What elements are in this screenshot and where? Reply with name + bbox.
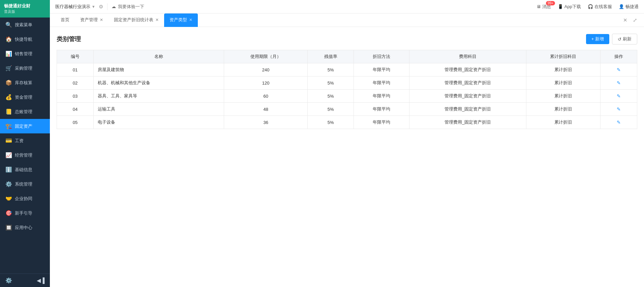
sidebar-item-purchase[interactable]: 🛒 采购管理 [0,61,50,75]
app-download-btn[interactable]: 📱 App下载 [558,4,581,10]
collapse-icon[interactable]: ◀▐ [37,277,44,284]
sidebar-item-fixed-asset[interactable]: 🏗️ 固定资产 [0,119,50,133]
experience-label: 我要体验一下 [118,4,144,10]
settings-icon[interactable]: ⚙️ [5,277,12,284]
sidebar-item-guide[interactable]: 🎯 新手引导 [0,206,50,220]
tab-asset-mgmt[interactable]: 资产管理✕ [75,13,109,27]
cell-method: 年限平均 [354,90,409,103]
sidebar-item-quicknav[interactable]: 🏠 快捷导航 [0,32,50,46]
tabs-window-controls: ✕ ⤢ [622,16,639,25]
sidebar-item-label-app-center: 应用中心 [15,225,32,231]
quicknav-icon: 🏠 [5,36,11,42]
cell-residual: 5% [308,116,354,129]
user-avatar-icon: 👤 [619,4,624,9]
cell-method: 年限平均 [354,103,409,116]
dropdown-arrow-icon[interactable]: ▾ [92,4,95,9]
cell-accumulated: 累计折旧 [526,76,600,90]
sidebar-item-collab[interactable]: 🤝 企业协同 [0,191,50,206]
sidebar-item-label-payroll: 工资 [15,138,24,144]
purchase-icon: 🛒 [5,65,11,71]
notifications-btn[interactable]: 🖥 消息 99+ [536,4,551,10]
sidebar-item-system[interactable]: ⚙️ 系统管理 [0,177,50,191]
cell-name: 器具、工具、家具等 [94,90,224,103]
experience-btn[interactable]: ☁ 我要体验一下 [112,4,144,10]
cell-action[interactable]: ✎ [600,103,637,116]
sidebar-item-label-quicknav: 快捷导航 [15,36,32,42]
content-area: 类别管理 + 新增 ↺ 刷新 编号名称使用期限（月）残值率折旧方法费用科目累计折… [50,27,644,287]
system-icon: ⚙️ [5,181,11,187]
ledger-icon: 📒 [5,108,11,115]
sidebar-item-payroll[interactable]: 💳 工资 [0,133,50,148]
sidebar-item-capital[interactable]: 💰 资金管理 [0,90,50,104]
customer-service-btn[interactable]: 🎧 在线客服 [588,4,612,10]
tabs-bar: 首页资产管理✕固定资产折旧统计表✕资产类型✕ ✕ ⤢ [50,13,644,27]
cell-code: 04 [57,103,94,116]
cell-name: 机器、机械和其他生产设备 [94,76,224,90]
cell-accumulated: 累计折旧 [526,63,600,76]
table-row: 03器具、工具、家具等605%年限平均管理费用_固定资产折旧累计折旧✎ [57,90,637,103]
sidebar-item-ledger[interactable]: 📒 总账管理 [0,104,50,119]
cell-residual: 5% [308,90,354,103]
topbar-title: 医疗器械行业演示 ▾ [55,4,95,10]
user-btn[interactable]: 👤 畅捷通 [619,4,639,10]
cell-action[interactable]: ✎ [600,90,637,103]
edit-icon[interactable]: ✎ [617,80,621,86]
page-header: 类别管理 + 新增 ↺ 刷新 [57,34,637,44]
cell-action[interactable]: ✎ [600,63,637,76]
tab-asset-type[interactable]: 资产类型✕ [164,13,198,27]
edit-icon[interactable]: ✎ [617,106,621,112]
cell-action[interactable]: ✎ [600,76,637,90]
inventory-icon: 📦 [5,79,11,86]
sidebar-item-sales[interactable]: 📊 销售管理 [0,46,50,61]
capital-icon: 💰 [5,94,11,100]
header-actions: + 新增 ↺ 刷新 [586,34,637,44]
cloud-icon: ☁ [112,4,116,9]
sidebar-item-search[interactable]: 🔍 搜索菜单 [0,18,50,32]
sidebar-item-label-purchase: 采购管理 [15,65,32,71]
topbar-right: 🖥 消息 99+ 📱 App下载 🎧 在线客服 👤 畅捷通 [536,4,639,10]
tab-label-asset-mgmt: 资产管理 [80,17,98,23]
sidebar-item-app-center[interactable]: 🔲 应用中心 [0,220,50,235]
topbar-settings-icon[interactable]: ⚙ [99,4,103,10]
table-header-col: 操作 [600,50,637,63]
headset-icon: 🎧 [588,4,593,9]
main-area: 医疗器械行业演示 ▾ ⚙ ☁ 我要体验一下 🖥 消息 99+ 📱 App下载 🎧… [50,0,644,287]
cell-action[interactable]: ✎ [600,116,637,129]
sidebar-item-inventory[interactable]: 📦 库存核算 [0,75,50,90]
sidebar-item-label-capital: 资金管理 [15,94,32,100]
sidebar-item-label-ops: 经营管理 [15,152,32,158]
cell-residual: 5% [308,103,354,116]
cell-accumulated: 累计折旧 [526,103,600,116]
tab-home[interactable]: 首页 [55,13,75,27]
fixed-asset-icon: 🏗️ [5,123,11,129]
edit-icon[interactable]: ✎ [617,67,621,72]
tab-label-depreciation-table: 固定资产折旧统计表 [114,17,153,23]
table-row: 01房屋及建筑物2405%年限平均管理费用_固定资产折旧累计折旧✎ [57,63,637,76]
sidebar-item-label-basic-info: 基础信息 [15,167,32,173]
new-button[interactable]: + 新增 [586,34,609,44]
bell-icon: 🖥 [536,4,541,9]
edit-icon[interactable]: ✎ [617,120,621,125]
expand-tab-icon[interactable]: ⤢ [632,16,639,25]
refresh-button[interactable]: ↺ 刷新 [612,34,637,44]
cell-method: 年限平均 [354,63,409,76]
tab-depreciation-table[interactable]: 固定资产折旧统计表✕ [109,13,164,27]
cell-method: 年限平均 [354,76,409,90]
sidebar-item-basic-info[interactable]: ℹ️ 基础信息 [0,162,50,177]
cell-period: 60 [224,90,308,103]
close-tab-icon[interactable]: ✕ [622,16,629,25]
sidebar-item-label-search: 搜索菜单 [15,22,32,28]
table-header-col: 编号 [57,50,94,63]
page-title: 类别管理 [57,35,81,43]
table-header-col: 使用期限（月） [224,50,308,63]
sidebar-item-label-fixed-asset: 固定资产 [15,123,32,129]
edit-icon[interactable]: ✎ [617,93,621,99]
sidebar-item-ops[interactable]: 📈 经营管理 [0,148,50,162]
tab-close-asset-type[interactable]: ✕ [189,18,192,22]
table-header-col: 费用科目 [409,50,526,63]
table-row: 05电子设备365%年限平均管理费用_固定资产折旧累计折旧✎ [57,116,637,129]
tab-close-depreciation-table[interactable]: ✕ [155,18,159,22]
cell-expense: 管理费用_固定资产折旧 [409,90,526,103]
cell-name: 房屋及建筑物 [94,63,224,76]
tab-close-asset-mgmt[interactable]: ✕ [100,18,103,22]
